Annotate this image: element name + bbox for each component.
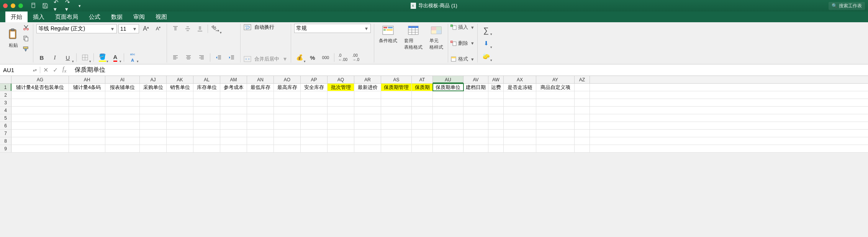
new-file-icon[interactable]: [31, 3, 37, 9]
cell-AZ8[interactable]: [575, 137, 590, 145]
cell-AL8[interactable]: [193, 137, 220, 145]
tab-插入[interactable]: 插入: [28, 12, 50, 22]
tab-数据[interactable]: 数据: [106, 12, 128, 22]
cell-AP5[interactable]: [301, 114, 328, 122]
cell-AU7[interactable]: [433, 130, 463, 137]
cell-AU3[interactable]: [433, 99, 463, 106]
cell-AX3[interactable]: [504, 99, 536, 106]
tab-审阅[interactable]: 审阅: [128, 12, 150, 22]
cell-AT6[interactable]: [412, 122, 433, 129]
phonetic-button[interactable]: abcA: [127, 53, 138, 63]
cell-AN1[interactable]: 最低库存: [247, 84, 274, 91]
cell-AN4[interactable]: [247, 107, 274, 114]
cell-AJ2[interactable]: [140, 91, 167, 99]
column-header-AQ[interactable]: AQ: [328, 76, 354, 83]
row-header-1[interactable]: 1: [0, 84, 11, 91]
cell-AX7[interactable]: [504, 130, 536, 137]
cell-AH5[interactable]: [69, 114, 105, 122]
column-header-AS[interactable]: AS: [381, 76, 412, 83]
cell-AH6[interactable]: [69, 122, 105, 129]
name-box-dropdown-icon[interactable]: ▴▾: [33, 68, 37, 72]
cell-AR3[interactable]: [354, 99, 381, 106]
merge-center-button[interactable]: 合并后居中: [254, 56, 279, 63]
cell-AK1[interactable]: 销售单位: [167, 84, 193, 91]
cell-AL6[interactable]: [193, 122, 220, 129]
cell-AY9[interactable]: [536, 145, 575, 152]
delete-cells-button[interactable]: ✕删除▾: [450, 40, 475, 47]
cell-AO9[interactable]: [274, 145, 301, 152]
chevron-down-icon[interactable]: ▾: [470, 56, 475, 62]
row-header-6[interactable]: 6: [0, 122, 11, 129]
cell-AW4[interactable]: [488, 107, 504, 114]
cell-AR8[interactable]: [354, 137, 381, 145]
column-header-AV[interactable]: AV: [463, 76, 488, 83]
font-name-combo[interactable]: 等线 Regular (正文)▾: [36, 24, 117, 33]
cell-AP6[interactable]: [301, 122, 328, 129]
cell-AY3[interactable]: [536, 99, 575, 106]
currency-button[interactable]: 💰: [294, 53, 305, 63]
cell-AV7[interactable]: [463, 130, 488, 137]
close-window-button[interactable]: [3, 3, 8, 8]
cell-AI6[interactable]: [105, 122, 140, 129]
cell-AO1[interactable]: 最高库存: [274, 84, 301, 91]
cell-AM8[interactable]: [220, 137, 247, 145]
cell-AZ1[interactable]: [575, 84, 590, 91]
italic-button[interactable]: I: [49, 53, 60, 63]
chevron-down-icon[interactable]: ▾: [282, 55, 288, 63]
cell-AU6[interactable]: [433, 122, 463, 129]
format-cells-button[interactable]: 格式▾: [450, 56, 475, 63]
formula-input[interactable]: 保质期单位: [72, 66, 868, 74]
cell-AO5[interactable]: [274, 114, 301, 122]
cell-AG1[interactable]: 辅计量4是否包装单位: [11, 84, 69, 91]
cell-AM1[interactable]: 参考成本: [220, 84, 247, 91]
cell-AR4[interactable]: [354, 107, 381, 114]
increase-font-button[interactable]: A▴: [141, 24, 151, 34]
cell-AU2[interactable]: [433, 91, 463, 99]
cell-AO2[interactable]: [274, 91, 301, 99]
cell-AL2[interactable]: [193, 91, 220, 99]
align-left-button[interactable]: [170, 53, 181, 63]
column-header-AT[interactable]: AT: [412, 76, 433, 83]
cell-AQ4[interactable]: [328, 107, 354, 114]
column-header-AI[interactable]: AI: [105, 76, 140, 83]
increase-indent-button[interactable]: [226, 53, 237, 63]
align-middle-button[interactable]: [182, 24, 193, 34]
cell-AP7[interactable]: [301, 130, 328, 137]
cell-AJ9[interactable]: [140, 145, 167, 152]
cell-AU4[interactable]: [433, 107, 463, 114]
cell-AG3[interactable]: [11, 99, 69, 106]
cell-AT7[interactable]: [412, 130, 433, 137]
align-top-button[interactable]: [170, 24, 181, 34]
wrap-text-button[interactable]: 自动换行: [254, 24, 274, 31]
cell-AY2[interactable]: [536, 91, 575, 99]
cell-AN6[interactable]: [247, 122, 274, 129]
cell-AT4[interactable]: [412, 107, 433, 114]
column-header-AX[interactable]: AX: [504, 76, 536, 83]
cell-AI5[interactable]: [105, 114, 140, 122]
cell-AO3[interactable]: [274, 99, 301, 106]
cell-AP3[interactable]: [301, 99, 328, 106]
cell-AX9[interactable]: [504, 145, 536, 152]
cell-AK7[interactable]: [167, 130, 193, 137]
cell-AV1[interactable]: 建档日期: [463, 84, 488, 91]
cell-AK8[interactable]: [167, 137, 193, 145]
cell-AM9[interactable]: [220, 145, 247, 152]
row-header-3[interactable]: 3: [0, 99, 11, 106]
minimize-window-button[interactable]: [11, 3, 15, 8]
cell-AH8[interactable]: [69, 137, 105, 145]
row-header-4[interactable]: 4: [0, 107, 11, 114]
cell-AL4[interactable]: [193, 107, 220, 114]
increase-decimal-button[interactable]: .0←.00: [337, 53, 348, 63]
orientation-button[interactable]: ab↗: [210, 24, 221, 34]
cell-AV8[interactable]: [463, 137, 488, 145]
comma-button[interactable]: 000: [320, 53, 331, 63]
tab-视图[interactable]: 视图: [150, 12, 172, 22]
cell-AR1[interactable]: 最新进价: [354, 84, 381, 91]
cell-AR2[interactable]: [354, 91, 381, 99]
paste-button[interactable]: 粘贴: [6, 28, 21, 49]
cell-AJ3[interactable]: [140, 99, 167, 106]
cell-AJ8[interactable]: [140, 137, 167, 145]
cell-AO6[interactable]: [274, 122, 301, 129]
cell-AZ9[interactable]: [575, 145, 590, 152]
search-sheet-box[interactable]: 🔍 搜索工作表: [829, 2, 865, 10]
